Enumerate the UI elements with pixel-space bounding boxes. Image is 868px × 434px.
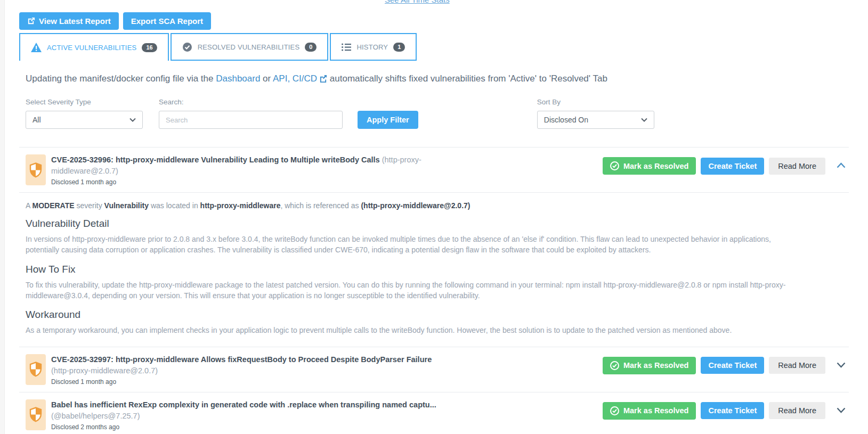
info-text-post: automatically shifts fixed vulnerabiliti…	[327, 73, 607, 84]
tab-history-label: HISTORY	[356, 43, 388, 51]
tab-history[interactable]: HISTORY 1	[330, 33, 417, 61]
section-heading-how-to-fix: How To Fix	[26, 264, 849, 275]
external-link-icon	[319, 75, 327, 85]
create-ticket-button[interactable]: Create Ticket	[701, 357, 764, 374]
left-edge-strip	[0, 0, 5, 434]
vulnerability-row: Babel has inefficient RexExp complexity …	[19, 392, 849, 434]
summary-text: was located in	[149, 201, 200, 210]
vulnerability-title-text: CVE-2025-32996: http-proxy-middleware Vu…	[51, 155, 380, 164]
severity-label: Select Severity Type	[26, 98, 143, 106]
top-actions: View Latest Report Export SCA Report	[19, 12, 849, 30]
export-sca-report-button[interactable]: Export SCA Report	[123, 12, 211, 30]
read-more-button[interactable]: Read More	[769, 357, 825, 374]
summary-text: severity	[75, 201, 104, 210]
tab-history-count-badge: 1	[393, 43, 405, 52]
apply-filter-button[interactable]: Apply Filter	[358, 111, 418, 129]
disclosed-date: Disclosed 2 months ago	[51, 423, 445, 431]
mark-resolved-button[interactable]: Mark as Resolved	[603, 402, 696, 420]
vulnerability-summary: CVE-2025-32997: http-proxy-middleware Al…	[51, 354, 445, 386]
severity-select[interactable]: All	[26, 111, 143, 129]
vulnerability-title: CVE-2025-32997: http-proxy-middleware Al…	[51, 354, 445, 376]
summary-text: Vulnerability	[104, 201, 149, 210]
list-icon	[342, 43, 351, 51]
api-cicd-link[interactable]: API, CI/CD	[273, 73, 317, 84]
report-icon	[27, 17, 35, 25]
severity-filter-group: Select Severity Type All	[26, 98, 143, 129]
vulnerability-actions: Mark as Resolved Create Ticket Read More	[603, 354, 849, 374]
export-sca-report-label: Export SCA Report	[131, 17, 203, 26]
tab-active-vulnerabilities[interactable]: ACTIVE VULNERABILITIES 16	[19, 33, 169, 61]
read-more-button[interactable]: Read More	[769, 158, 825, 175]
search-label: Search:	[159, 98, 343, 106]
disclosed-date: Disclosed 1 month ago	[51, 178, 445, 186]
package-ref-text: (http-proxy-middleware@2.0.7)	[361, 201, 470, 210]
sort-by-select[interactable]: Disclosed On	[537, 111, 654, 129]
vulnerability-detail-text: In versions of http-proxy-middleware pri…	[26, 234, 804, 256]
how-to-fix-text: To fix this vulnerability, update the ht…	[26, 280, 804, 301]
info-banner: Updating the manifest/docker config file…	[26, 73, 849, 85]
vulnerability-title-text: CVE-2025-32997: http-proxy-middleware Al…	[51, 355, 432, 364]
vulnerability-package: (http-proxy-middleware@2.0.7)	[51, 366, 158, 375]
disclosed-date: Disclosed 1 month ago	[51, 378, 445, 386]
tab-bar: ACTIVE VULNERABILITIES 16 RESOLVED VULNE…	[19, 33, 849, 61]
severity-level-text: MODERATE	[32, 201, 74, 210]
vulnerability-actions: Mark as Resolved Create Ticket Read More	[603, 399, 849, 420]
sort-by-label: Sort By	[537, 98, 654, 106]
summary-text: A	[26, 201, 32, 210]
expand-chevron-down[interactable]	[833, 406, 849, 416]
info-text-mid: or	[260, 73, 273, 84]
create-ticket-button[interactable]: Create Ticket	[701, 158, 764, 175]
create-ticket-button[interactable]: Create Ticket	[701, 402, 764, 419]
expand-chevron-down[interactable]	[833, 361, 849, 371]
chevron-down-icon	[129, 117, 136, 123]
check-circle-icon	[610, 361, 619, 370]
vulnerability-row: CVE-2025-32997: http-proxy-middleware Al…	[19, 347, 849, 392]
warning-triangle-icon	[31, 43, 42, 52]
dashboard-link[interactable]: Dashboard	[216, 73, 260, 84]
tab-resolved-count-badge: 0	[305, 43, 317, 52]
sort-filter-group: Sort By Disclosed On	[537, 98, 654, 129]
vulnerability-title: Babel has inefficient RexExp complexity …	[51, 399, 445, 422]
tab-active-count-badge: 16	[142, 43, 157, 52]
vulnerability-row: CVE-2025-32996: http-proxy-middleware Vu…	[19, 147, 849, 192]
view-latest-report-label: View Latest Report	[39, 17, 111, 26]
severity-shield-icon	[26, 399, 46, 430]
severity-select-value: All	[33, 116, 41, 124]
severity-shield-icon	[26, 154, 46, 185]
vulnerability-title: CVE-2025-32996: http-proxy-middleware Vu…	[51, 154, 445, 177]
search-input[interactable]	[159, 111, 343, 129]
mark-resolved-label: Mark as Resolved	[623, 406, 689, 415]
vulnerability-title-text: Babel has inefficient RexExp complexity …	[51, 400, 436, 409]
main-content: View Latest Report Export SCA Report ACT…	[19, 0, 849, 434]
check-circle-icon	[610, 406, 619, 415]
mark-resolved-button[interactable]: Mark as Resolved	[603, 357, 696, 374]
tab-resolved-vulnerabilities[interactable]: RESOLVED VULNERABILITIES 0	[171, 33, 329, 61]
search-filter-group: Search:	[159, 98, 343, 129]
sort-by-select-value: Disclosed On	[544, 116, 588, 124]
severity-summary-line: A MODERATE severity Vulnerability was lo…	[26, 201, 849, 210]
check-circle-icon	[610, 161, 619, 170]
section-heading-vulnerability-detail: Vulnerability Detail	[26, 218, 849, 230]
mark-resolved-button[interactable]: Mark as Resolved	[603, 157, 696, 175]
vulnerability-actions: Mark as Resolved Create Ticket Read More	[603, 154, 849, 175]
filter-bar: Select Severity Type All Search: Apply F…	[26, 98, 849, 129]
collapse-chevron-up[interactable]	[833, 161, 849, 171]
vulnerability-list: CVE-2025-32996: http-proxy-middleware Vu…	[19, 147, 849, 434]
vulnerability-detail-panel: A MODERATE severity Vulnerability was lo…	[19, 192, 849, 346]
vulnerability-package: (@babel/helpers@7.25.7)	[51, 412, 140, 420]
chevron-down-icon	[641, 117, 647, 123]
severity-shield-icon	[26, 354, 46, 385]
check-circle-icon	[182, 42, 192, 52]
tab-resolved-label: RESOLVED VULNERABILITIES	[198, 43, 300, 51]
workaround-text: As a temporary workaround, you can imple…	[26, 325, 804, 335]
mark-resolved-label: Mark as Resolved	[623, 361, 689, 370]
section-heading-workaround: Workaround	[26, 309, 849, 321]
mark-resolved-label: Mark as Resolved	[623, 162, 689, 170]
read-more-button[interactable]: Read More	[769, 402, 825, 419]
view-latest-report-button[interactable]: View Latest Report	[19, 12, 119, 30]
tab-active-label: ACTIVE VULNERABILITIES	[47, 44, 136, 52]
vulnerability-summary: CVE-2025-32996: http-proxy-middleware Vu…	[51, 154, 445, 186]
package-name-text: http-proxy-middleware	[200, 201, 281, 210]
vulnerability-summary: Babel has inefficient RexExp complexity …	[51, 399, 445, 431]
info-text-pre: Updating the manifest/docker config file…	[26, 73, 216, 84]
